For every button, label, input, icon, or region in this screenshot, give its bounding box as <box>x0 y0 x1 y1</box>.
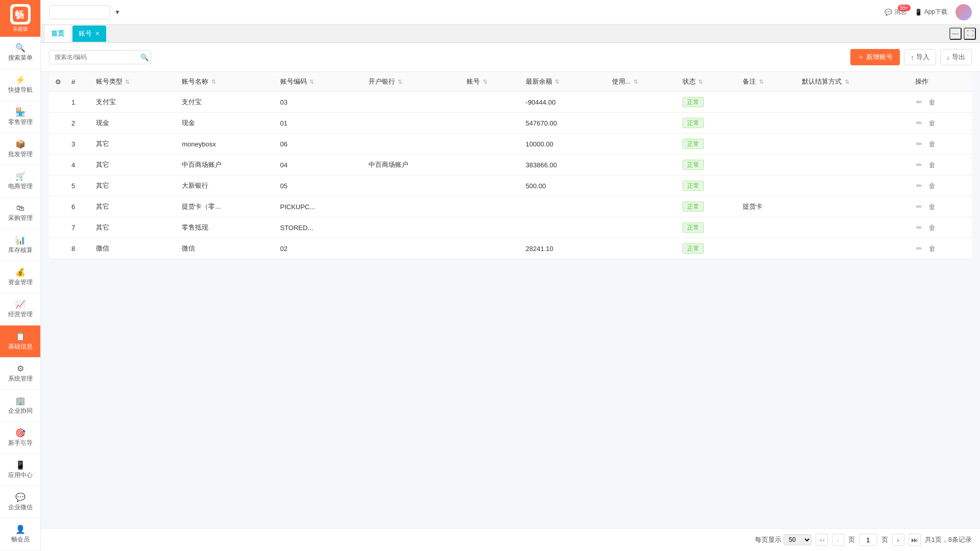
sidebar-item-inventory[interactable]: 📊 库存核算 <box>0 229 40 261</box>
cell-actions: ✏ 🗑 <box>911 238 972 259</box>
sidebar-item-member[interactable]: 👤 畅会员 <box>0 518 40 550</box>
app-download-button[interactable]: 📱 App下载 <box>915 8 947 16</box>
delete-button[interactable]: 🗑 <box>927 160 937 170</box>
cell-status: 正常 <box>678 217 739 238</box>
export-button[interactable]: ↓ 导出 <box>940 49 972 65</box>
app-center-icon: 📱 <box>2 460 38 470</box>
page-next-button[interactable]: › <box>892 534 904 546</box>
col-balance[interactable]: 最新余额 ⇅ <box>522 72 608 92</box>
sidebar-item-label-inventory: 库存核算 <box>2 246 38 255</box>
cell-usage <box>608 92 678 113</box>
col-status[interactable]: 状态 ⇅ <box>678 72 739 92</box>
edit-button[interactable]: ✏ <box>915 202 923 212</box>
sidebar-item-operations[interactable]: 📈 经营管理 <box>0 293 40 325</box>
col-type[interactable]: 账号类型 ⇅ <box>92 72 178 92</box>
status-badge: 正常 <box>682 181 704 191</box>
delete-button[interactable]: 🗑 <box>927 243 937 254</box>
col-usage[interactable]: 使用... ⇅ <box>608 72 678 92</box>
cell-actions: ✏ 🗑 <box>911 176 972 196</box>
cell-note <box>739 176 798 196</box>
page-first-button[interactable]: ⏮ <box>816 534 828 546</box>
cell-num: 1 <box>67 92 92 113</box>
sidebar-item-label-system: 系统管理 <box>2 374 38 383</box>
page-last-button[interactable]: ⏭ <box>909 534 921 546</box>
edit-button[interactable]: ✏ <box>915 160 923 170</box>
sidebar-item-guide[interactable]: 🎯 新手引导 <box>0 422 40 454</box>
page-number-input[interactable] <box>859 534 877 546</box>
col-num[interactable]: # <box>67 72 92 92</box>
delete-button[interactable]: 🗑 <box>927 202 937 212</box>
sidebar-item-label-wechat: 企业微信 <box>2 503 38 512</box>
cell-default-payment <box>798 217 911 238</box>
topbar-search-input[interactable] <box>49 5 110 19</box>
edit-button[interactable]: ✏ <box>915 181 923 191</box>
message-button[interactable]: 💬 消息 99+ <box>885 8 906 16</box>
accounts-table: ⚙ # 账号类型 ⇅ 账号名称 ⇅ 账号编码 ⇅ 开户银行 ⇅ 账号 ⇅ 最新余… <box>49 72 972 259</box>
delete-button[interactable]: 🗑 <box>927 118 937 128</box>
tab-home[interactable]: 首页 <box>45 26 70 42</box>
cell-code: 02 <box>276 238 364 259</box>
sidebar-item-label-guide: 新手引导 <box>2 439 38 447</box>
cell-usage <box>608 217 678 238</box>
sidebar-item-finance[interactable]: 💰 资金管理 <box>0 261 40 293</box>
cell-usage <box>608 113 678 134</box>
sidebar-item-ecommerce[interactable]: 🛒 电商管理 <box>0 165 40 197</box>
cell-default-payment <box>798 113 911 134</box>
member-icon: 👤 <box>2 524 38 534</box>
tab-minimize-button[interactable]: — <box>949 28 962 40</box>
edit-button[interactable]: ✏ <box>915 222 923 233</box>
cell-note: 提货卡 <box>739 196 798 217</box>
sidebar-item-purchase[interactable]: 🛍 采购管理 <box>0 197 40 229</box>
edit-button[interactable]: ✏ <box>915 118 923 128</box>
add-account-button[interactable]: ＋ 新增账号 <box>850 49 900 65</box>
sidebar: 畅 乐捷版 🔍 搜索菜单 ⚡ 快捷导航 🏪 零售管理 📦 批发管理 🛒 电商管理… <box>0 0 41 551</box>
col-note[interactable]: 备注 ⇅ <box>739 72 798 92</box>
sidebar-item-system[interactable]: ⚙ 系统管理 <box>0 358 40 390</box>
cell-settings <box>49 196 67 217</box>
search-button[interactable]: 🔍 <box>136 52 151 63</box>
action-btns: ✏ 🗑 <box>915 181 968 191</box>
tab-home-label: 首页 <box>51 29 64 38</box>
sidebar-item-search-menu[interactable]: 🔍 搜索菜单 <box>0 37 40 69</box>
cell-num: 4 <box>67 155 92 176</box>
edit-button[interactable]: ✏ <box>915 97 923 107</box>
col-account[interactable]: 账号 ⇅ <box>462 72 522 92</box>
delete-button[interactable]: 🗑 <box>927 222 937 233</box>
tab-account[interactable]: 账号 ✕ <box>72 26 106 42</box>
cell-actions: ✏ 🗑 <box>911 134 972 155</box>
sidebar-item-basic[interactable]: 📋 基础信息 <box>0 325 40 358</box>
logo-area: 畅 乐捷版 <box>0 0 40 37</box>
page-prev-button[interactable]: ‹ <box>832 534 844 546</box>
tab-close-icon[interactable]: ✕ <box>95 30 100 37</box>
sidebar-item-label-ecommerce: 电商管理 <box>2 182 38 191</box>
topbar-dropdown[interactable]: ▼ <box>114 9 120 16</box>
sidebar-item-app-center[interactable]: 📱 应用中心 <box>0 454 40 486</box>
cell-num: 7 <box>67 217 92 238</box>
col-settings[interactable]: ⚙ <box>49 72 67 92</box>
col-code[interactable]: 账号编码 ⇅ <box>276 72 364 92</box>
import-button[interactable]: ↑ 导入 <box>904 49 936 65</box>
col-default-payment[interactable]: 默认结算方式 ⇅ <box>798 72 911 92</box>
cell-name: 大新银行 <box>178 176 276 196</box>
cell-code: 01 <box>276 113 364 134</box>
per-page-dropdown[interactable]: 50 20 100 <box>783 534 812 545</box>
delete-button[interactable]: 🗑 <box>927 139 937 149</box>
col-bank[interactable]: 开户银行 ⇅ <box>364 72 462 92</box>
cell-num: 5 <box>67 176 92 196</box>
cell-note <box>739 113 798 134</box>
cell-balance: 28241.10 <box>522 238 608 259</box>
col-name[interactable]: 账号名称 ⇅ <box>178 72 276 92</box>
tab-maximize-button[interactable]: ⛶ <box>964 28 976 40</box>
edit-button[interactable]: ✏ <box>915 139 923 149</box>
search-input[interactable] <box>50 51 136 64</box>
sidebar-item-enterprise[interactable]: 🏢 企业协同 <box>0 390 40 422</box>
sidebar-item-quick-nav[interactable]: ⚡ 快捷导航 <box>0 69 40 101</box>
edit-button[interactable]: ✏ <box>915 243 923 254</box>
user-avatar[interactable] <box>955 4 972 20</box>
sidebar-item-wholesale[interactable]: 📦 批发管理 <box>0 133 40 165</box>
cell-bank <box>364 176 462 196</box>
sidebar-item-retail[interactable]: 🏪 零售管理 <box>0 101 40 133</box>
delete-button[interactable]: 🗑 <box>927 181 937 191</box>
delete-button[interactable]: 🗑 <box>927 97 937 107</box>
sidebar-item-wechat[interactable]: 💬 企业微信 <box>0 486 40 518</box>
